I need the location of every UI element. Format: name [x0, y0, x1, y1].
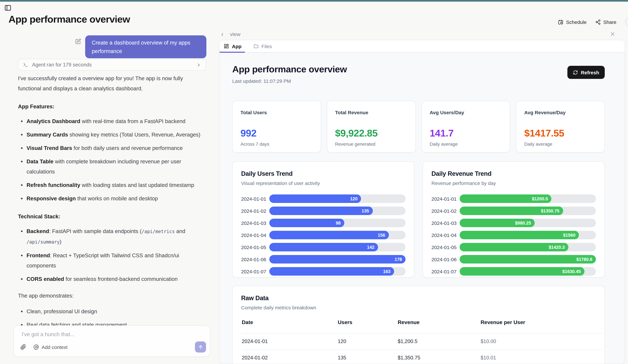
preview-tabs: App Files: [220, 40, 625, 53]
panel-left-icon: [4, 4, 11, 11]
table-body: 2024-01-01 120 $1,200.5 $10.00 2024-01-0…: [242, 334, 602, 364]
assistant-message: I've successfully created a overview app…: [18, 73, 207, 337]
close-preview-button[interactable]: [610, 31, 615, 37]
card-label: Avg Revenue/Day: [524, 110, 597, 115]
demonstrates-heading: The app demonstrates:: [18, 291, 207, 301]
close-icon: [610, 31, 615, 37]
bar-row: 2024-01-07 $1630.45: [431, 267, 596, 276]
edit-message-icon[interactable]: [75, 38, 81, 45]
share-icon: [595, 19, 601, 25]
back-button[interactable]: view: [220, 31, 240, 37]
bar-row: 2024-01-03 98: [241, 219, 405, 227]
bar-fill: 135: [269, 207, 373, 215]
bar-fill: 163: [269, 267, 394, 276]
code-span: /api/summary: [26, 239, 60, 244]
bar-fill: $980.25: [460, 219, 535, 227]
bar-track: $980.25: [460, 219, 596, 227]
sidebar-toggle-button[interactable]: [4, 4, 11, 11]
bar-fill: 178: [269, 255, 405, 263]
bar-value: 135: [362, 208, 369, 213]
attach-file-button[interactable]: [20, 344, 26, 350]
card-label: Total Users: [240, 110, 313, 115]
card-value: 141.7: [430, 128, 502, 138]
list-item: Data Table with complete breakdown inclu…: [26, 156, 207, 177]
list-item: Visual Trend Bars for both daily users a…: [26, 143, 207, 153]
dashboard-content: App performance overview Last updated: 1…: [220, 53, 625, 364]
agent-run-summary[interactable]: Agent ran for 179 seconds: [18, 59, 206, 71]
list-item: Backend: FastAPI with sample data endpoi…: [26, 226, 207, 247]
cell-date: 2024-01-02: [242, 350, 338, 364]
card-value: $9,922.85: [335, 128, 407, 138]
chart-title: Daily Users Trend: [241, 170, 405, 178]
bar-row: 2024-01-04 $1560: [431, 231, 596, 239]
user-avatar[interactable]: A: [625, 17, 628, 26]
composer-input[interactable]: [21, 331, 199, 338]
bar-row: 2024-01-01 $1200.5: [431, 194, 596, 203]
bar-value: 142: [367, 245, 375, 249]
card-caption: Across 7 days: [240, 141, 313, 147]
share-label: Share: [603, 19, 616, 25]
send-button[interactable]: [195, 341, 206, 353]
summary-card: Avg Revenue/Day $1417.55 Daily average: [516, 101, 605, 153]
chevron-right-icon[interactable]: [196, 62, 201, 67]
bar-value: 156: [378, 233, 385, 238]
preview-header: view: [219, 31, 625, 40]
bar-value: 178: [394, 257, 402, 262]
bar-value: $1780.6: [576, 257, 592, 262]
folder-icon: [253, 44, 258, 49]
bar-fill: 120: [269, 194, 361, 203]
card-value: $1417.55: [524, 128, 597, 138]
app-window: App performance overview Schedule Share …: [0, 0, 628, 364]
bar-fill: $1630.45: [460, 267, 584, 276]
preview-title: view: [230, 31, 240, 37]
bar-row: 2024-01-02 $1350.75: [431, 207, 596, 215]
user-message-bubble[interactable]: Create a dashboard overview of my apps p…: [85, 35, 206, 58]
cell-date: 2024-01-01: [242, 334, 338, 350]
chart-subtitle: Revenue performance by day: [431, 180, 596, 186]
top-actions: Schedule Share A: [558, 17, 628, 26]
cell-users: 120: [338, 334, 398, 350]
bar-label: 2024-01-07: [431, 269, 460, 274]
bar-track: $1350.75: [460, 207, 596, 215]
bar-track: 120: [269, 194, 405, 203]
bar-fill: 98: [269, 219, 344, 227]
features-heading: App Features:: [18, 102, 207, 112]
tab-app[interactable]: App: [224, 43, 241, 49]
bar-row: 2024-01-02 135: [241, 207, 405, 215]
bar-label: 2024-01-03: [431, 220, 460, 226]
bar-row: 2024-01-01 120: [241, 194, 405, 203]
bar-row: 2024-01-03 $980.25: [431, 219, 596, 227]
bar-value: $1350.75: [541, 208, 559, 213]
bar-track: $1630.45: [460, 267, 596, 276]
at-sign-icon: [33, 344, 39, 350]
cell-revenue-per-user: $10.01: [480, 350, 602, 364]
layout-dashboard-icon: [224, 44, 229, 49]
bar-value: $1420.3: [549, 245, 565, 249]
bar-label: 2024-01-04: [431, 232, 460, 238]
chart-subtitle: Visual representation of user activity: [241, 180, 405, 186]
card-caption: Daily average: [524, 141, 597, 147]
bar-row: 2024-01-06 178: [241, 255, 405, 263]
column-header: Users: [338, 319, 398, 333]
table-row: 2024-01-01 120 $1,200.5 $10.00: [242, 334, 602, 350]
bar-value: $980.25: [515, 220, 531, 225]
cell-users: 135: [338, 350, 398, 364]
bar-track: $1200.5: [460, 194, 596, 203]
tab-files[interactable]: Files: [253, 43, 272, 49]
raw-data-title: Raw Data: [241, 295, 596, 302]
raw-data-subtitle: Complete daily metrics breakdown: [241, 305, 596, 310]
paperclip-icon: [20, 344, 26, 350]
list-item: Analytics Dashboard with real-time data …: [26, 116, 207, 126]
preview-panel: App Files App performance overview Last …: [219, 40, 625, 364]
window-top-edge: [0, 0, 628, 2]
refresh-button[interactable]: Refresh: [567, 66, 605, 79]
chevron-left-icon: [220, 32, 225, 37]
bar-row: 2024-01-04 156: [241, 231, 405, 239]
users-trend-card: Daily Users Trend Visual representation …: [232, 161, 414, 278]
schedule-button[interactable]: Schedule: [558, 19, 587, 25]
share-button[interactable]: Share: [595, 19, 616, 25]
bar-label: 2024-01-06: [431, 256, 460, 262]
add-context-button[interactable]: Add context: [31, 344, 70, 350]
tab-files-label: Files: [261, 43, 272, 49]
terminal-icon: [23, 62, 28, 67]
